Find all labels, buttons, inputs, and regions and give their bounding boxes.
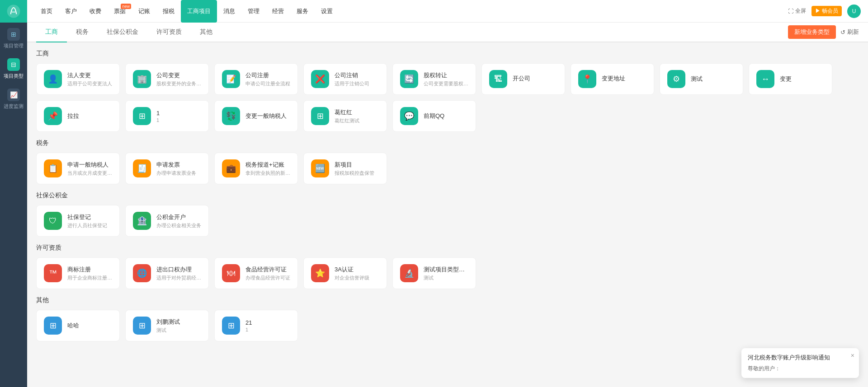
card-open-company[interactable]: 🏗 开公司: [481, 63, 565, 95]
svg-point-0: [7, 5, 20, 18]
card-name: 公积金开户: [156, 213, 201, 221]
card-change-taxpayer[interactable]: 💱 变更一般纳税人: [214, 100, 298, 132]
social-cards: 🛡 社保登记 进行人员社保登记 🏦 公积金开户 办理公积金相关业务: [36, 205, 859, 237]
nav-operation[interactable]: 经营: [266, 0, 290, 23]
card-ge-hong-hong[interactable]: ⊞ 葛红红 葛红红测试: [303, 100, 387, 132]
card-trademark[interactable]: ™ 商标注册 用于企业商标注册服务: [36, 257, 120, 289]
nav-accounting[interactable]: 记账: [132, 0, 156, 23]
card-icon: 🧾: [133, 159, 151, 177]
nav-tax[interactable]: 报税: [156, 0, 181, 23]
sidebar-item-project-type[interactable]: ⊟ 项目类型: [0, 53, 27, 83]
avatar-text: U: [852, 8, 856, 14]
card-import-export[interactable]: 🌐 进出口权办理 适用于对外贸易经营者: [125, 257, 209, 289]
nav-manage[interactable]: 管理: [241, 0, 266, 23]
card-name: 测试项目类型目定义: [424, 266, 468, 274]
card-name: 税务报道+记账: [245, 161, 290, 169]
nav-industry[interactable]: 工商项目: [181, 0, 217, 23]
card-icon: 📋: [44, 159, 62, 177]
sidebar-item-project-manage[interactable]: ⊞ 项目管理: [0, 23, 27, 53]
nav-billing[interactable]: 收费: [83, 0, 108, 23]
card-desc: 办理食品经营许可证: [245, 275, 290, 281]
card-icon: 📌: [44, 107, 62, 125]
notification-popup: × 河北税务数字账户升级影响通知 尊敬的用户：: [741, 348, 859, 378]
card-icon: 📝: [222, 70, 240, 88]
card-icon: 🌐: [133, 264, 151, 282]
card-food-license[interactable]: 🍽 食品经营许可证 办理食品经营许可证: [214, 257, 298, 289]
card-desc: 办理申请发票业务: [156, 170, 201, 177]
card-change[interactable]: ↔ 变更: [749, 63, 832, 95]
card-pre-qq[interactable]: 💬 前期QQ: [392, 100, 476, 132]
card-icon: ⊞: [222, 317, 240, 335]
card-icon: ⊞: [133, 107, 151, 125]
card-company-cancel[interactable]: ❌ 公司注销 适用于注销公司: [303, 63, 387, 95]
card-name: 变更: [780, 75, 825, 83]
card-icon: ↔: [756, 70, 774, 88]
card-company-change[interactable]: 🏢 公司变更 股权变更外的业务变更: [125, 63, 209, 95]
vip-label: 畅会员: [822, 8, 838, 14]
card-num1[interactable]: ⊞ 1 1: [125, 100, 209, 132]
sidebar-item-progress-monitor[interactable]: 📈 进度监测: [0, 83, 27, 113]
sidebar-item-label: 项目管理: [4, 42, 24, 49]
nav-customer[interactable]: 客户: [59, 0, 83, 23]
card-fund-open[interactable]: 🏦 公积金开户 办理公积金相关业务: [125, 205, 209, 237]
card-name: 公司注销: [335, 71, 379, 79]
fullscreen-btn[interactable]: ⛶ 全屏: [788, 7, 806, 15]
card-desc: 适用于公司变更法人: [67, 80, 112, 87]
card-tax-report-accounting[interactable]: 💼 税务报道+记账 拿到营业执照的新公司: [214, 153, 298, 184]
card-name: 变更一般纳税人: [245, 112, 290, 120]
card-3a-cert[interactable]: ⭐ 3A认证 对企业信誉评级: [303, 257, 387, 289]
card-test-type-define[interactable]: 🔬 测试项目类型目定义 测试: [392, 257, 476, 289]
tab-industry[interactable]: 工商: [36, 23, 67, 42]
nav-home[interactable]: 首页: [34, 0, 59, 23]
tab-social[interactable]: 社保公积金: [98, 23, 147, 42]
card-liu-peng-test[interactable]: ⊞ 刘鹏测试 测试: [125, 310, 209, 341]
card-icon: ™: [44, 264, 62, 282]
card-social-register[interactable]: 🛡 社保登记 进行人员社保登记: [36, 205, 120, 237]
card-icon: 🍽: [222, 264, 240, 282]
avatar[interactable]: U: [847, 5, 861, 18]
card-icon: 🔬: [400, 264, 418, 282]
card-desc: 1: [245, 327, 290, 332]
tab-license[interactable]: 许可资质: [147, 23, 191, 42]
card-name: 新项目: [335, 161, 379, 169]
card-icon: ⊞: [311, 107, 329, 125]
notification-text: 尊敬的用户：: [748, 364, 853, 373]
card-company-register[interactable]: 📝 公司注册 申请公司注册全流程: [214, 63, 298, 95]
license-cards: ™ 商标注册 用于企业商标注册服务 🌐 进出口权办理 适用于对外贸易经营者 🍽: [36, 257, 859, 289]
scroll-content: 工商 👤 法人变更 适用于公司变更法人 🏢 公司变更 股权变更外的业务变更: [27, 42, 868, 387]
card-desc: 公司变更需要股权转让: [424, 80, 468, 87]
card-new-project[interactable]: 🆕 新项目 报税加税控盘保管: [303, 153, 387, 184]
refresh-icon: ↺: [840, 29, 845, 36]
new-business-button[interactable]: 新增业务类型: [788, 25, 836, 39]
card-test[interactable]: ⚙ 测试: [660, 63, 743, 95]
nav-settings[interactable]: 设置: [315, 0, 339, 23]
content-area: 工商 税务 社保公积金 许可资质 其他 新增业务类型 ↺ 刷新: [27, 23, 868, 387]
card-lala[interactable]: 📌 拉拉: [36, 100, 120, 132]
nav-service[interactable]: 服务: [290, 0, 315, 23]
section-license-title: 许可资质: [36, 244, 859, 252]
nav-right: ⛶ 全屏 ▶ 畅会员 U: [788, 5, 861, 18]
nav-message[interactable]: 消息: [217, 0, 241, 23]
nav-invoice[interactable]: 票据 new: [108, 0, 132, 23]
tab-other[interactable]: 其他: [191, 23, 222, 42]
card-icon: 🛡: [44, 212, 62, 230]
card-apply-taxpayer[interactable]: 📋 申请一般纳税人 当月或次月成变更完成: [36, 153, 120, 184]
vip-btn[interactable]: ▶ 畅会员: [811, 6, 842, 16]
play-icon: ▶: [815, 8, 821, 14]
card-desc: 股权变更外的业务变更: [156, 80, 201, 87]
tab-tax[interactable]: 税务: [67, 23, 98, 42]
card-equity-transfer[interactable]: 🔄 股权转让 公司变更需要股权转让: [392, 63, 476, 95]
card-desc: 申请公司注册全流程: [245, 80, 290, 87]
card-legal-change[interactable]: 👤 法人变更 适用于公司变更法人: [36, 63, 120, 95]
card-icon: 🏢: [133, 70, 151, 88]
card-ha-ha[interactable]: ⊞ 哈哈: [36, 310, 120, 341]
card-name: 测试: [691, 75, 736, 83]
notification-close-button[interactable]: ×: [851, 352, 854, 359]
card-num21[interactable]: ⊞ 21 1: [214, 310, 298, 341]
card-apply-invoice[interactable]: 🧾 申请发票 办理申请发票业务: [125, 153, 209, 184]
card-desc: 对企业信誉评级: [335, 275, 379, 281]
card-name: 社保登记: [67, 213, 112, 221]
refresh-button[interactable]: ↺ 刷新: [840, 28, 859, 36]
card-icon: 🏦: [133, 212, 151, 230]
card-change-address[interactable]: 📍 变更地址: [571, 63, 654, 95]
